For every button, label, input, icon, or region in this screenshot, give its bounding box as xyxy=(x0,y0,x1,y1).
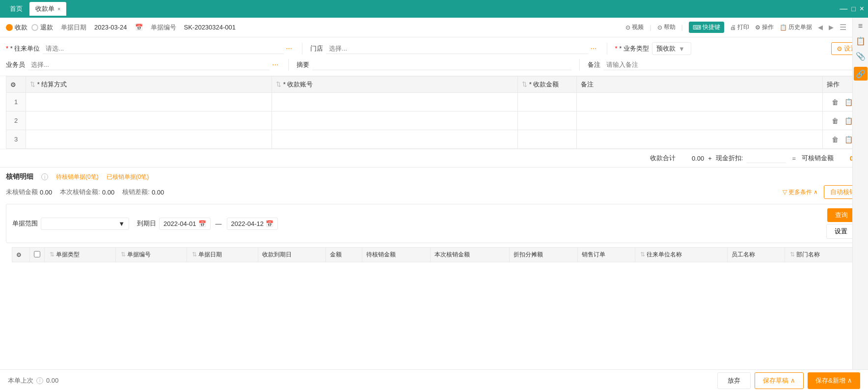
salesperson-more-btn[interactable]: ··· xyxy=(270,61,280,69)
delete-row-1-btn[interactable]: 🗑 xyxy=(830,97,841,107)
remark-input[interactable] xyxy=(603,59,862,70)
cell-remark-3[interactable] xyxy=(577,130,823,149)
net-label: 可核销金额 xyxy=(802,154,834,163)
panel-icon-4[interactable]: 🔗 xyxy=(854,67,868,81)
tab-receipt[interactable]: 收款单 × xyxy=(29,2,66,16)
toolbar-right: ⊙ 视频 | ⊙ 帮助 | ⌨ 快捷键 🖨 打印 ⚙ 操作 📋 xyxy=(625,22,862,33)
summary-label: 摘要 xyxy=(297,60,309,69)
cell-account-2[interactable] xyxy=(272,112,518,130)
input-remark-3[interactable] xyxy=(577,130,822,148)
info-circle-icon[interactable]: i xyxy=(36,377,43,384)
chevron-up-icon: ∧ xyxy=(790,377,795,384)
next-page-icon[interactable]: ▶ xyxy=(829,24,834,31)
date-to-input[interactable]: 2022-04-12 📅 xyxy=(227,218,278,230)
help-btn[interactable]: ⊙ 帮助 xyxy=(657,23,676,31)
input-account-2[interactable] xyxy=(272,112,517,130)
input-account-1[interactable] xyxy=(272,93,517,111)
toolbar-row: 收款 退款 单据日期 2023-03-24 📅 单据编号 SK-20230324… xyxy=(0,18,868,37)
summary-input[interactable] xyxy=(312,59,571,70)
close-icon[interactable]: × xyxy=(860,4,864,13)
reconcile-header: 核销明细 i 待核销单据(0笔) 已核销单据(0笔) xyxy=(6,172,862,181)
form-section: * 往来单位 ··· 门店 ··· * 业务类型 预收款 ▼ ⚙ xyxy=(0,37,868,76)
operation-btn[interactable]: ⚙ 操作 xyxy=(755,23,774,31)
col-discount-header: 折扣分摊额 xyxy=(509,248,577,262)
save-label: 保存&新增 xyxy=(815,376,845,385)
panel-icon-1[interactable]: ≡ xyxy=(858,22,863,30)
cell-remark-1[interactable] xyxy=(577,93,823,112)
cell-account-1[interactable] xyxy=(272,93,518,112)
input-remark-1[interactable] xyxy=(577,93,822,111)
cell-settlement-2[interactable] xyxy=(26,112,272,130)
abandon-btn[interactable]: 放弃 xyxy=(717,372,751,389)
store-input[interactable] xyxy=(326,43,588,54)
counterpart-label: * 往来单位 xyxy=(6,44,40,53)
radio-receipt[interactable]: 收款 xyxy=(6,23,27,32)
print-icon: 🖨 xyxy=(730,24,736,31)
cell-account-3[interactable] xyxy=(272,130,518,149)
save-new-btn[interactable]: 保存&新增 ∧ xyxy=(808,372,860,389)
operation-icon: ⚙ xyxy=(755,24,760,31)
delete-row-2-btn[interactable]: 🗑 xyxy=(830,116,841,126)
select-all-checkbox[interactable] xyxy=(34,251,40,257)
save-draft-btn[interactable]: 保存草稿 ∧ xyxy=(755,372,804,389)
history-label: 历史单据 xyxy=(788,23,812,31)
counterpart-more-btn[interactable]: ··· xyxy=(284,45,294,53)
more-conditions-btn[interactable]: ▽ 更多条件 ∧ xyxy=(783,188,818,196)
bottom-table-section: ⚙ ⇅ 单据类型 ⇅ 单据编号 xyxy=(6,247,862,262)
input-remark-2[interactable] xyxy=(577,112,822,130)
info-icon[interactable]: i xyxy=(41,173,48,180)
business-type-select[interactable]: 预收款 ▼ xyxy=(652,42,691,55)
input-settlement-2[interactable] xyxy=(26,112,271,130)
store-more-btn[interactable]: ··· xyxy=(588,45,598,53)
list-view-icon[interactable]: ☰ xyxy=(840,23,846,32)
minimize-icon[interactable]: — xyxy=(840,4,847,13)
counterpart-input[interactable] xyxy=(43,43,284,54)
print-btn[interactable]: 🖨 打印 xyxy=(730,23,749,31)
radio-refund[interactable]: 退款 xyxy=(31,23,53,32)
input-settlement-3[interactable] xyxy=(26,130,271,148)
pending-tab[interactable]: 待核销单据(0笔) xyxy=(56,173,99,181)
range-select[interactable]: ▼ xyxy=(41,218,129,230)
cell-amount-1[interactable] xyxy=(518,93,577,112)
done-tab[interactable]: 已核销单据(0笔) xyxy=(107,173,149,181)
bill-date-label: 单据日期 xyxy=(61,23,86,32)
help-icon: ⊙ xyxy=(657,24,662,31)
table-row: 3 🗑 📋 xyxy=(6,130,862,149)
input-amount-2[interactable] xyxy=(518,112,576,130)
bottom-gear-header[interactable]: ⚙ xyxy=(12,248,30,262)
maximize-icon[interactable]: □ xyxy=(851,5,855,13)
tab-home[interactable]: 首页 xyxy=(4,2,28,16)
cell-settlement-3[interactable] xyxy=(26,130,272,149)
salesperson-input[interactable] xyxy=(28,59,270,70)
input-account-3[interactable] xyxy=(272,130,517,148)
prev-label: 本单上次 xyxy=(8,376,33,385)
reconcile-settings-btn[interactable]: 设置 xyxy=(826,224,856,239)
cell-amount-2[interactable] xyxy=(518,112,577,130)
col-pending-header: 待核销金额 xyxy=(362,248,431,262)
panel-icon-2[interactable]: 📋 xyxy=(856,36,866,46)
panel-icon-3[interactable]: 📎 xyxy=(856,52,866,61)
table-gear-header[interactable]: ⚙ xyxy=(6,77,26,93)
date-from-input[interactable]: 2022-04-01 📅 xyxy=(159,218,211,230)
shortcut-btn[interactable]: ⌨ 快捷键 xyxy=(689,22,724,33)
cell-remark-2[interactable] xyxy=(577,112,823,130)
reconcile-stats: 未核销金额 0.00 本次核销金额: 0.00 核销差额: 0.00 ▽ 更多条… xyxy=(6,185,862,199)
calendar-icon[interactable]: 📅 xyxy=(135,24,143,31)
prev-page-icon[interactable]: ◀ xyxy=(818,24,823,31)
input-amount-1[interactable] xyxy=(518,93,576,111)
history-btn[interactable]: 📋 历史单据 xyxy=(780,23,812,31)
query-btn[interactable]: 查询 xyxy=(827,208,856,222)
checkbox-header[interactable] xyxy=(30,248,45,262)
table-row: 2 🗑 📋 xyxy=(6,112,862,130)
gear-icon: ⚙ xyxy=(16,251,22,258)
sort-icon: ⇅ xyxy=(192,251,197,258)
discount-input[interactable] xyxy=(747,153,786,163)
tab-close-icon[interactable]: × xyxy=(57,6,60,12)
col-no-header: ⇅ 单据编号 xyxy=(115,248,187,262)
delete-row-3-btn[interactable]: 🗑 xyxy=(830,135,841,144)
cell-settlement-1[interactable] xyxy=(26,93,272,112)
video-btn[interactable]: ⊙ 视频 xyxy=(625,23,644,31)
input-amount-3[interactable] xyxy=(518,130,576,148)
cell-amount-3[interactable] xyxy=(518,130,577,149)
input-settlement-1[interactable] xyxy=(26,93,271,111)
